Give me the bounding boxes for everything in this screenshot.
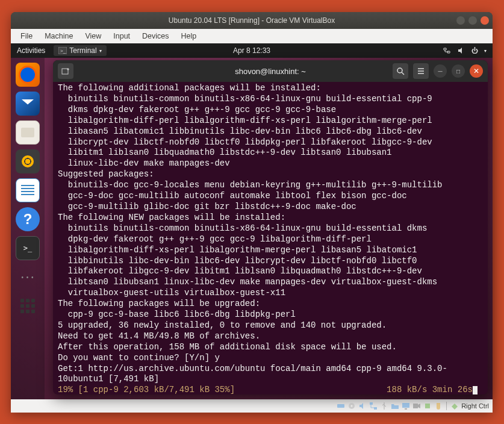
dock-show-apps[interactable]: [16, 294, 40, 318]
svg-rect-5: [337, 404, 344, 408]
terminal-line: dpkg-dev fakeroot g++ g++-9 gcc gcc-9 li…: [58, 234, 372, 244]
terminal-line: 5 upgraded, 36 newly installed, 0 to rem…: [58, 320, 387, 330]
terminal-titlebar[interactable]: shovon@linuxhint: ~ ─ □ ✕: [53, 60, 488, 82]
power-icon[interactable]: ⏻: [471, 47, 478, 54]
search-icon: [396, 67, 405, 75]
mouse-icon[interactable]: [434, 402, 443, 410]
menu-help[interactable]: Help: [175, 31, 203, 42]
terminal-line: The following NEW packages will be insta…: [58, 213, 285, 222]
separator: [446, 402, 447, 410]
terminal-line: Suggested packages:: [58, 169, 154, 179]
svg-rect-13: [425, 404, 430, 408]
dock-terminal[interactable]: [16, 236, 40, 260]
terminal-window: shovon@linuxhint: ~ ─ □ ✕ The following …: [53, 60, 488, 394]
virtualbox-window: Ubuntu 20.04 LTS [Running] - Oracle VM V…: [11, 12, 493, 413]
app-menu[interactable]: >_ Terminal ▾: [54, 45, 106, 56]
dock-rhythmbox[interactable]: [16, 149, 40, 173]
apt-progress-left: 19% [1 cpp-9 2,603 kB/7,491 kB 35%]: [58, 385, 235, 394]
audio-icon[interactable]: [358, 402, 367, 410]
svg-text:>_: >_: [60, 48, 66, 54]
cursor: [473, 386, 478, 394]
svg-point-7: [351, 405, 353, 407]
menu-button[interactable]: [413, 63, 429, 79]
svg-point-3: [397, 68, 402, 73]
shared-folder-icon[interactable]: [391, 402, 399, 410]
activities-button[interactable]: Activities: [17, 46, 45, 55]
svg-rect-8: [370, 402, 373, 405]
svg-line-4: [402, 72, 404, 75]
processor-icon[interactable]: [423, 402, 432, 410]
vbox-menubar: File Machine View Input Devices Help: [11, 29, 493, 43]
usb-icon[interactable]: [380, 402, 388, 410]
close-button[interactable]: [481, 16, 489, 25]
gnome-topbar: Activities >_ Terminal ▾ Apr 8 12:33 ⏻ ▾: [11, 43, 493, 58]
volume-icon[interactable]: [457, 47, 465, 54]
svg-rect-11: [405, 408, 407, 410]
dock-thunderbird[interactable]: [16, 92, 40, 116]
terminal-line: libalgorithm-diff-perl libalgorithm-diff…: [58, 116, 432, 125]
chevron-down-icon[interactable]: ▾: [484, 48, 487, 54]
network-icon[interactable]: [369, 402, 378, 410]
terminal-line: After this operation, 158 MB of addition…: [58, 342, 397, 352]
terminal-line: libasan5 libatomic1 libbinutils libc-dev…: [58, 126, 422, 136]
terminal-icon: >_: [58, 47, 67, 54]
host-key-icon[interactable]: [450, 402, 459, 410]
app-menu-label: Terminal: [69, 46, 96, 55]
apt-progress-right: 188 kB/s 3min 26s: [387, 385, 473, 394]
terminal-title: shovon@linuxhint: ~: [235, 67, 306, 76]
svg-rect-10: [402, 403, 409, 408]
terminal-line: Do you want to continue? [Y/n] y: [58, 353, 220, 363]
minimize-button[interactable]: [456, 16, 465, 25]
network-icon[interactable]: [443, 47, 451, 54]
menu-machine[interactable]: Machine: [39, 31, 79, 42]
terminal-line: libbinutils libc-dev-bin libc6-dev libcr…: [58, 256, 417, 266]
menu-view[interactable]: View: [79, 31, 107, 42]
new-tab-icon: [61, 67, 70, 75]
terminal-line: libtsan0 libubsan1 linux-libc-dev make m…: [58, 277, 437, 287]
display-icon[interactable]: [402, 402, 410, 410]
terminal-line: Need to get 41.4 MB/49.8 MB of archives.: [58, 331, 260, 341]
menu-input[interactable]: Input: [107, 31, 136, 42]
terminal-line: linux-libc-dev make manpages-dev: [58, 158, 230, 168]
terminal-close[interactable]: ✕: [470, 64, 483, 78]
recording-icon[interactable]: [412, 402, 421, 410]
search-button[interactable]: [393, 63, 408, 79]
menu-devices[interactable]: Devices: [136, 31, 175, 42]
hamburger-icon: [417, 67, 425, 75]
terminal-minimize[interactable]: ─: [434, 64, 447, 78]
menu-file[interactable]: File: [14, 31, 39, 42]
dock-libreoffice-writer[interactable]: [16, 178, 40, 202]
terminal-line: binutils binutils-common binutils-x86-64…: [58, 94, 432, 104]
maximize-button[interactable]: [468, 16, 477, 25]
terminal-line: virtualbox-guest-utils virtualbox-guest-…: [58, 288, 285, 298]
terminal-line: gcc-9-doc gcc-multilib autoconf automake…: [58, 191, 407, 201]
dock-running-indicator: • • •: [16, 265, 40, 289]
terminal-line: cpp-9 gcc-9-base libc6 libc6-dbg libdpkg…: [58, 310, 296, 319]
clock[interactable]: Apr 8 12:33: [233, 46, 270, 55]
dock-firefox[interactable]: [16, 63, 40, 87]
terminal-body[interactable]: The following additional packages will b…: [53, 82, 488, 394]
terminal-line: The following additional packages will b…: [58, 83, 321, 93]
vbox-statusbar: Right Ctrl: [11, 399, 493, 413]
optical-disk-icon[interactable]: [347, 402, 356, 410]
apps-grid-icon: [20, 299, 35, 313]
terminal-line: binutils binutils-common binutils-x86-64…: [58, 223, 427, 233]
dock: ? • • •: [11, 58, 45, 399]
host-key-label: Right Ctrl: [461, 402, 489, 410]
terminal-line: gcc-9-multilib glibc-doc git bzr libstdc…: [58, 202, 356, 211]
new-tab-button[interactable]: [58, 63, 73, 79]
terminal-line: Get:1 http://us.archive.ubuntu.com/ubunt…: [58, 364, 447, 384]
vbox-titlebar[interactable]: Ubuntu 20.04 LTS [Running] - Oracle VM V…: [11, 12, 493, 29]
dock-files[interactable]: [16, 120, 40, 145]
terminal-maximize[interactable]: □: [452, 64, 465, 78]
dock-help[interactable]: ?: [16, 207, 40, 231]
terminal-line: libalgorithm-diff-xs-perl libalgorithm-m…: [58, 245, 417, 255]
vbox-title: Ubuntu 20.04 LTS [Running] - Oracle VM V…: [169, 16, 335, 25]
terminal-line: libfakeroot libgcc-9-dev libitm1 liblsan…: [58, 266, 422, 276]
terminal-line: dkms dpkg-dev fakeroot g++ g++-9 gcc gcc…: [58, 105, 336, 114]
chevron-down-icon: ▾: [99, 48, 102, 54]
hard-disk-icon[interactable]: [337, 402, 345, 410]
terminal-line: binutils-doc gcc-9-locales menu debian-k…: [58, 180, 443, 190]
terminal-line: The following packages will be upgraded:: [58, 299, 260, 308]
guest-desktop: Activities >_ Terminal ▾ Apr 8 12:33 ⏻ ▾: [11, 43, 493, 399]
